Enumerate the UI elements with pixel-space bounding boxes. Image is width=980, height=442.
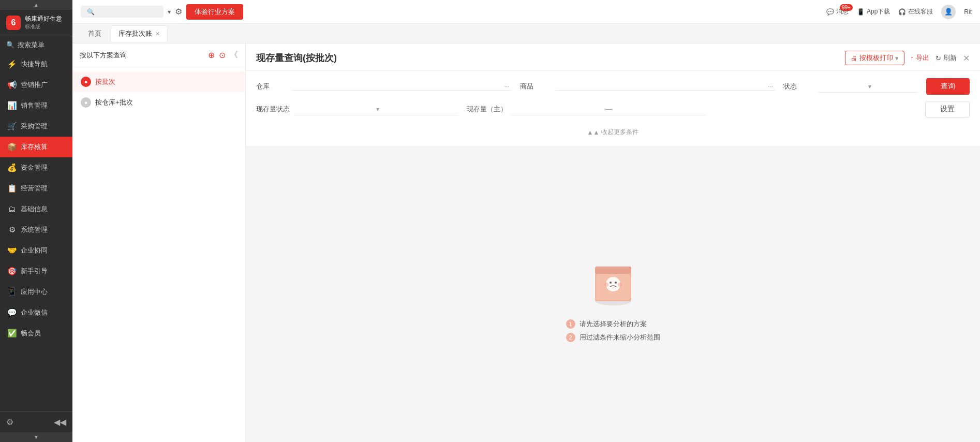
nav-icon-enterprise: 🤝	[7, 246, 17, 255]
sidebar-item-app-center[interactable]: 📱应用中心	[0, 282, 72, 302]
warehouse-input[interactable]	[291, 82, 502, 90]
app-label: App下载	[867, 7, 890, 16]
sidebar-item-finance[interactable]: 💰资金管理	[0, 157, 72, 178]
warehouse-label: 仓库	[256, 82, 287, 91]
topbar-dropdown[interactable]: ▾	[168, 8, 171, 16]
sidebar-item-member[interactable]: ✅畅会员	[0, 323, 72, 344]
page-header: 现存量查询(按批次) 🖨 按模板打印 ▾ ↑ 导出 ↻ 刷新	[246, 43, 980, 71]
sidebar-header: 6 畅康通好生意 标准版	[0, 10, 72, 36]
page-header-actions: 🖨 按模板打印 ▾ ↑ 导出 ↻ 刷新 ✕	[845, 51, 970, 65]
settings-icon[interactable]: ⚙	[6, 417, 13, 427]
sidebar-item-operation[interactable]: 📋经营管理	[0, 178, 72, 199]
plan-item-by-batch[interactable]: ● 按批次	[72, 71, 245, 92]
inventory-qty-max[interactable]	[616, 105, 703, 113]
sidebar-item-system[interactable]: ⚙系统管理	[0, 219, 72, 240]
topbar-right: 💬 消息 99+ 📱 App下载 🎧 在线客服 👤 Rit	[826, 5, 972, 19]
plan-item-by-warehouse-batch[interactable]: ● 按仓库+批次	[72, 92, 245, 113]
product-input[interactable]	[555, 82, 766, 90]
empty-tips: 1 请先选择要分析的方案 2 用过滤条件来缩小分析范围	[566, 319, 660, 342]
nav-icon-app-center: 📱	[7, 287, 17, 297]
sidebar-item-marketing[interactable]: 📢营销推广	[0, 75, 72, 95]
inventory-status-dropdown[interactable]: ▾	[294, 104, 458, 115]
sidebar-scroll-down[interactable]: ▼	[0, 432, 72, 442]
product-label: 商品	[520, 82, 551, 91]
svg-point-7	[604, 283, 608, 287]
avatar-icon: 👤	[944, 8, 953, 16]
product-input-wrapper: ···	[555, 82, 776, 91]
close-panel-btn[interactable]: ✕	[963, 53, 970, 63]
nav-label-finance: 资金管理	[21, 163, 48, 172]
tip-text-1: 请先选择要分析的方案	[580, 319, 647, 329]
refresh-btn[interactable]: ↻ 刷新	[936, 53, 957, 63]
tip-num-2: 2	[566, 333, 575, 342]
topbar-search-bg	[97, 8, 120, 16]
topbar: 🔍 ▾ ⚙ 体验行业方案 💬 消息 99+ 📱 App下载 🎧 在线客服	[72, 0, 980, 24]
inventory-qty-label: 现存量（主）	[467, 105, 507, 114]
nav-icon-inventory: 📦	[7, 142, 17, 152]
left-panel: 按以下方案查询 ⊕ ⊙ 《 ● 按批次 ● 按仓库+批次	[72, 43, 246, 442]
inventory-qty-min[interactable]	[514, 105, 601, 113]
nav-icon-member: ✅	[7, 329, 17, 338]
sidebar-item-newbie[interactable]: 🎯新手引导	[0, 261, 72, 282]
print-icon: 🖨	[851, 54, 857, 62]
left-panel-header: 按以下方案查询 ⊕ ⊙ 《	[72, 43, 245, 67]
nav-icon-quick-nav: ⚡	[7, 60, 17, 69]
topbar-username[interactable]: Rit	[964, 8, 972, 16]
settings-btn[interactable]: 设置	[925, 101, 970, 117]
topbar-service[interactable]: 🎧 在线客服	[898, 7, 933, 16]
sidebar-item-quick-nav[interactable]: ⚡快捷导航	[0, 54, 72, 75]
empty-state: 1 请先选择要分析的方案 2 用过滤条件来缩小分析范围	[246, 146, 980, 442]
nav-icon-operation: 📋	[7, 184, 17, 193]
collapse-btn[interactable]: ▲▲ 收起更多条件	[256, 124, 970, 139]
topbar-gear-icon[interactable]: ⚙	[175, 7, 182, 17]
company-name: 畅康通好生意	[25, 15, 62, 23]
topbar-msg[interactable]: 💬 消息 99+	[826, 7, 849, 16]
collapse-icon[interactable]: ◀◀	[54, 417, 66, 427]
add-plan-icon[interactable]: ⊕	[208, 50, 215, 60]
sidebar-item-wechat[interactable]: 💬企业微信	[0, 302, 72, 323]
experience-btn[interactable]: 体验行业方案	[186, 4, 243, 20]
nav-label-operation: 经营管理	[21, 184, 48, 193]
status-field: 状态 ▾	[783, 81, 918, 93]
inventory-status-arrow: ▾	[376, 106, 455, 113]
sidebar: ▲ 6 畅康通好生意 标准版 🔍 搜索菜单 ⚡快捷导航📢营销推广📊销售管理🛒采购…	[0, 0, 72, 442]
service-icon: 🎧	[898, 8, 906, 16]
nav-icon-purchase: 🛒	[7, 122, 17, 131]
export-btn[interactable]: ↑ 导出	[911, 53, 930, 63]
nav-label-marketing: 营销推广	[21, 80, 48, 90]
status-dropdown[interactable]: ▾	[819, 81, 918, 93]
sidebar-scroll-up[interactable]: ▲	[0, 0, 72, 10]
sidebar-item-inventory[interactable]: 📦库存核算	[0, 137, 72, 157]
msg-badge: 99+	[840, 4, 853, 11]
print-dropdown-icon[interactable]: ▾	[895, 54, 899, 62]
settings-plan-icon[interactable]: ⊙	[219, 50, 226, 60]
sidebar-search[interactable]: 🔍 搜索菜单	[0, 36, 72, 54]
topbar-avatar[interactable]: 👤	[941, 5, 956, 19]
sidebar-item-sales[interactable]: 📊销售管理	[0, 95, 72, 116]
tab-home[interactable]: 首页	[81, 26, 109, 41]
product-more-btn[interactable]: ···	[766, 83, 775, 90]
query-btn[interactable]: 查询	[926, 78, 970, 95]
warehouse-more-btn[interactable]: ···	[502, 83, 511, 90]
sidebar-nav: ⚡快捷导航📢营销推广📊销售管理🛒采购管理📦库存核算💰资金管理📋经营管理🗂基础信息…	[0, 54, 72, 411]
plan-label-by-batch: 按批次	[95, 77, 115, 86]
product-field: 商品 ···	[520, 82, 776, 91]
sidebar-item-enterprise[interactable]: 🤝企业协同	[0, 240, 72, 261]
nav-label-app-center: 应用中心	[21, 287, 48, 297]
nav-label-newbie: 新手引导	[21, 267, 48, 276]
export-icon: ↑	[911, 54, 914, 62]
main-area: 🔍 ▾ ⚙ 体验行业方案 💬 消息 99+ 📱 App下载 🎧 在线客服	[72, 0, 980, 442]
tab-close-icon[interactable]: ✕	[155, 31, 160, 37]
sidebar-footer: ⚙ ◀◀	[0, 411, 72, 432]
topbar-app[interactable]: 📱 App下载	[857, 7, 890, 16]
collapse-panel-icon[interactable]: 《	[230, 50, 238, 61]
range-dash: —	[605, 105, 612, 113]
nav-label-wechat: 企业微信	[21, 308, 48, 317]
tab-inventory-batch[interactable]: 库存批次账 ✕	[111, 25, 168, 42]
sidebar-item-basic[interactable]: 🗂基础信息	[0, 199, 72, 219]
inventory-qty-field: 现存量（主） —	[467, 103, 706, 115]
print-btn[interactable]: 🖨 按模板打印 ▾	[845, 51, 904, 65]
topbar-search-icon: 🔍	[87, 8, 95, 16]
sidebar-item-purchase[interactable]: 🛒采购管理	[0, 116, 72, 137]
nav-label-system: 系统管理	[21, 225, 48, 234]
